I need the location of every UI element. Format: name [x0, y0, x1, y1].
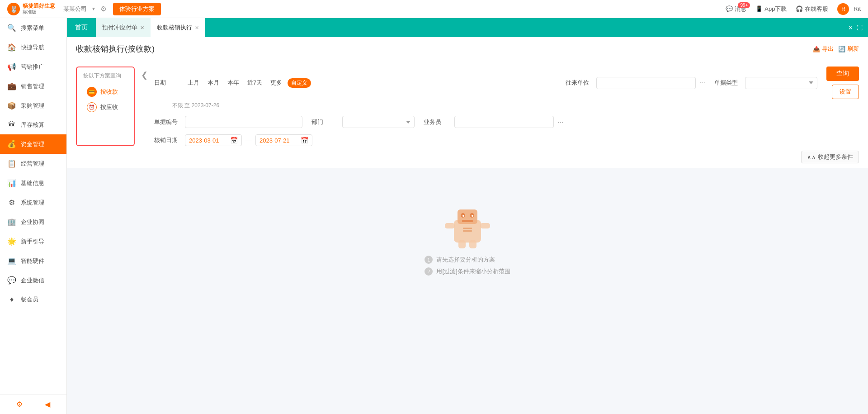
capital-icon: 💰	[7, 140, 16, 148]
empty-illustration	[440, 204, 495, 249]
sidebar: 🔍 搜索菜单 🏠 快捷导航 📢 营销推广 💼 销售管理 📦 采购管理 🏛 库存核…	[0, 18, 67, 414]
writeoff-end-input[interactable]	[259, 137, 298, 144]
receipt-label: 按收款	[100, 88, 118, 96]
query-type-by-receivable[interactable]: ⏰ 按应收	[83, 100, 127, 115]
settings-button[interactable]: 设置	[832, 85, 859, 99]
counterparty-input[interactable]	[596, 77, 696, 89]
tab-prepay[interactable]: 预付冲应付单 ✕	[96, 18, 151, 37]
sidebar-item-guide[interactable]: 🌟 新手引导	[0, 232, 66, 251]
message-button[interactable]: 💬 消息 99+	[726, 5, 746, 13]
filter-action-btns: 查询 设置	[826, 67, 859, 99]
sidebar-settings-icon[interactable]: ⚙	[16, 400, 23, 409]
sidebar-item-marketing[interactable]: 📢 营销推广	[0, 57, 66, 76]
sidebar-item-system[interactable]: ⚙ 系统管理	[0, 193, 66, 212]
export-icon: 📤	[813, 46, 820, 52]
tab-writeoff[interactable]: 收款核销执行 ✕	[151, 18, 205, 37]
user-info[interactable]: R Rit	[837, 3, 861, 15]
tab-writeoff-close-icon[interactable]: ✕	[195, 25, 199, 31]
member-icon: ♦	[7, 295, 16, 304]
sidebar-label-search: 搜索菜单	[21, 24, 44, 32]
sidebar-item-hardware[interactable]: 💻 智能硬件	[0, 251, 66, 271]
sidebar-collapse-icon[interactable]: ◀	[45, 400, 50, 409]
sidebar-label-hardware: 智能硬件	[21, 257, 44, 265]
sidebar-item-search[interactable]: 🔍 搜索菜单	[0, 18, 66, 38]
dropdown-arrow-icon[interactable]: ▼	[91, 6, 96, 11]
collapse-more-label: 收起更多条件	[818, 153, 853, 161]
tab-prepay-close-icon[interactable]: ✕	[140, 25, 144, 31]
writeoff-end-calendar-icon[interactable]: 📅	[301, 137, 308, 144]
sidebar-item-basic-info[interactable]: 📊 基础信息	[0, 173, 66, 193]
collapse-more-button[interactable]: ∧∧ 收起更多条件	[801, 151, 859, 163]
sidebar-item-purchase[interactable]: 📦 采购管理	[0, 96, 66, 115]
sidebar-label-guide: 新手引导	[21, 238, 44, 246]
content-area: 首页 预付冲应付单 ✕ 收款核销执行 ✕ ✕ ⛶ 收款核销执行(按收款)	[67, 18, 868, 414]
writeoff-start-input[interactable]	[189, 137, 227, 144]
wechat-icon: 💬	[7, 276, 16, 285]
sidebar-label-member: 畅会员	[21, 295, 38, 304]
dept-select[interactable]	[342, 116, 415, 128]
date-7days[interactable]: 近7天	[245, 78, 265, 88]
sidebar-item-operation[interactable]: 📋 经营管理	[0, 154, 66, 173]
date-more[interactable]: 更多	[268, 78, 285, 88]
receivable-icon: ⏰	[87, 102, 97, 112]
basic-info-icon: 📊	[7, 179, 16, 187]
filter-area: 按以下方案查询 💳 按收款 ⏰ 按应收 ❮	[67, 59, 868, 168]
filter-row-3: 核销日期 📅 — 📅	[154, 134, 859, 146]
staff-label: 业务员	[424, 118, 451, 126]
hint-num-2: 2	[425, 267, 433, 276]
page-header: 收款核销执行(按收款) 📤 导出 🔄 刷新	[67, 37, 868, 59]
online-service-button[interactable]: 🎧 在线客服	[796, 5, 828, 13]
close-window-icon[interactable]: ✕	[848, 24, 853, 31]
hint-num-1: 1	[425, 256, 433, 264]
logo-icon: 🐰	[7, 3, 20, 15]
sidebar-item-wechat[interactable]: 💬 企业微信	[0, 271, 66, 290]
sidebar-item-capital[interactable]: 💰 资金管理	[0, 134, 66, 154]
sidebar-bottom: ⚙ ◀	[0, 394, 66, 414]
svg-rect-11	[463, 228, 472, 229]
collapse-handle[interactable]: ❮	[141, 67, 148, 146]
query-type-by-receipt[interactable]: 💳 按收款	[83, 84, 127, 100]
receivable-label: 按应收	[100, 103, 118, 111]
sidebar-item-sales[interactable]: 💼 销售管理	[0, 76, 66, 96]
writeoff-end-wrap: 📅	[255, 134, 312, 146]
empty-state: 1 请先选择要分析的方案 2 用[过滤]条件来缩小分析范围	[67, 168, 868, 312]
service-icon: 🎧	[796, 5, 803, 12]
sidebar-item-cooperation[interactable]: 🏢 企业协同	[0, 212, 66, 232]
date-this-month[interactable]: 本月	[205, 78, 222, 88]
refresh-button[interactable]: 🔄 刷新	[838, 45, 859, 53]
main-layout: 🔍 搜索菜单 🏠 快捷导航 📢 营销推广 💼 销售管理 📦 采购管理 🏛 库存核…	[0, 18, 868, 414]
app-name: 畅捷通好生意	[23, 3, 55, 9]
writeoff-start-calendar-icon[interactable]: 📅	[230, 137, 238, 144]
sidebar-item-stock[interactable]: 🏛 库存核算	[0, 115, 66, 134]
staff-input[interactable]	[454, 116, 554, 128]
doc-no-input[interactable]	[185, 116, 302, 128]
filter-main-row: 按以下方案查询 💳 按收款 ⏰ 按应收 ❮	[76, 67, 859, 146]
tab-home[interactable]: 首页	[67, 18, 96, 37]
sidebar-label-sales: 销售管理	[21, 82, 44, 90]
staff-dots-icon[interactable]: ···	[557, 118, 563, 126]
sidebar-item-quick-nav[interactable]: 🏠 快捷导航	[0, 38, 66, 57]
filter-staff: 业务员 ···	[424, 116, 563, 128]
query-button[interactable]: 查询	[826, 67, 859, 81]
top-bar: 🐰 畅捷通好生意 标准版 某某公司 ▼ ⚙ 体验行业方案 💬 消息 99+ 📱 …	[0, 0, 868, 18]
app-logo: 🐰 畅捷通好生意 标准版	[7, 3, 55, 15]
filter-doc-type: 单据类型	[714, 77, 817, 89]
doc-type-select[interactable]	[745, 77, 817, 89]
counterparty-dots-icon[interactable]: ···	[699, 79, 705, 87]
collapse-left-icon[interactable]: ❮	[141, 70, 148, 80]
date-this-year[interactable]: 本年	[225, 78, 242, 88]
date-prev-month[interactable]: 上月	[185, 78, 202, 88]
date-custom[interactable]: 自定义	[288, 78, 311, 88]
stock-icon: 🏛	[7, 121, 16, 129]
sidebar-label-operation: 经营管理	[21, 160, 44, 168]
sidebar-item-member[interactable]: ♦ 畅会员	[0, 290, 66, 309]
settings-gear-icon[interactable]: ⚙	[100, 5, 107, 13]
app-download-button[interactable]: 📱 App下载	[755, 5, 787, 13]
marketing-icon: 📢	[7, 62, 16, 71]
export-button[interactable]: 📤 导出	[813, 45, 834, 53]
sales-icon: 💼	[7, 82, 16, 90]
receipt-icon: 💳	[87, 87, 97, 97]
collapse-more-icon: ∧∧	[807, 154, 816, 161]
expand-window-icon[interactable]: ⛶	[857, 24, 863, 31]
solution-button[interactable]: 体验行业方案	[113, 3, 161, 15]
